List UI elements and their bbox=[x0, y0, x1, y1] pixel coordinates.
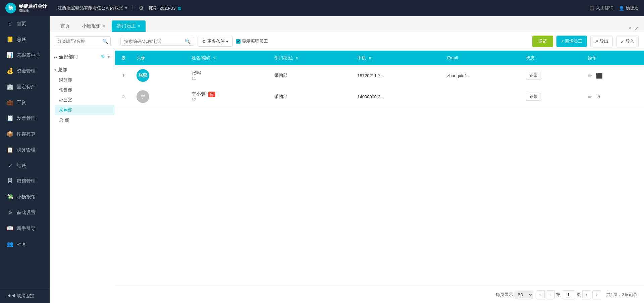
add-company-button[interactable]: + bbox=[131, 5, 135, 12]
show-resigned-toggle[interactable]: 显示离职员工 bbox=[236, 38, 268, 44]
tab-dept-close[interactable]: × bbox=[138, 24, 140, 29]
last-page-button[interactable]: » bbox=[592, 290, 601, 299]
sidebar-unpin-button[interactable]: ◀◀ 取消固定 bbox=[0, 289, 50, 303]
sidebar-item-archive[interactable]: 🗄 归档管理 bbox=[0, 173, 50, 189]
add-employee-button[interactable]: + 新增员工 bbox=[556, 36, 587, 47]
dept-header-icons: ✎ « bbox=[101, 54, 111, 60]
sidebar-item-invoice[interactable]: 🧾 发票管理 bbox=[0, 110, 50, 126]
next-page-button[interactable]: › bbox=[582, 290, 591, 299]
sidebar-item-funds[interactable]: 💰 资金管理 bbox=[0, 63, 50, 79]
sidebar-item-label: 小畅报销 bbox=[17, 194, 36, 200]
dept-node-finance[interactable]: 财务部 bbox=[55, 75, 115, 85]
sidebar-item-inventory[interactable]: 📦 库存核算 bbox=[0, 126, 50, 142]
all-dept-icon: ▪▪ bbox=[54, 54, 57, 60]
col-email: Email bbox=[442, 51, 521, 65]
dept-node-purchase[interactable]: 采购部 bbox=[55, 105, 115, 115]
tab-dept-employee[interactable]: 部门员工 × bbox=[112, 20, 146, 32]
filter-chevron-icon: ▾ bbox=[226, 39, 228, 44]
emp-table: ⚙ 头像 姓名/编码 ⇅ 部门/职位 ⇅ 手机 ⇅ bbox=[115, 51, 644, 107]
emp-search-bar: 🔍 bbox=[120, 37, 194, 46]
tab-home[interactable]: 首页 bbox=[55, 20, 75, 32]
sidebar-item-guide[interactable]: 📖 新手引导 bbox=[0, 220, 50, 236]
dept-header: ▪▪ 全部部门 ✎ « bbox=[50, 50, 115, 63]
ning-tag: 应 bbox=[208, 92, 215, 97]
topbar-right: 🎧 人工咨询 👤 畅捷通 bbox=[589, 5, 639, 11]
service-button[interactable]: 🎧 人工咨询 bbox=[589, 5, 613, 11]
filter-more-button[interactable]: ⚙ 更多条件 ▾ bbox=[198, 36, 233, 47]
col-name[interactable]: 姓名/编码 ⇅ bbox=[187, 51, 270, 65]
tab-expense-close[interactable]: × bbox=[103, 24, 105, 29]
table-header-row: ⚙ 头像 姓名/编码 ⇅ 部门/职位 ⇅ 手机 ⇅ bbox=[115, 51, 644, 65]
col-settings[interactable]: ⚙ bbox=[115, 51, 132, 65]
inventory-icon: 📦 bbox=[7, 131, 13, 137]
calendar-icon: ▦ bbox=[177, 6, 181, 11]
sidebar-item-settings[interactable]: ⚙ 基础设置 bbox=[0, 205, 50, 220]
per-page-select[interactable]: 10 20 50 100 bbox=[515, 291, 533, 299]
dept-node-sales[interactable]: 销售部 bbox=[55, 85, 115, 95]
sidebar-item-label: 社区 bbox=[17, 241, 26, 247]
per-page-selector: 每页显示 10 20 50 100 bbox=[496, 291, 533, 299]
user-menu[interactable]: 👤 畅捷通 bbox=[619, 5, 639, 11]
sidebar-item-expense[interactable]: 💸 小畅报销 bbox=[0, 189, 50, 205]
edit-row1-icon[interactable]: ✏ bbox=[588, 72, 592, 79]
sidebar-item-label: 固定资产 bbox=[17, 84, 36, 90]
sidebar: ⌂ 首页 📒 总账 📊 云报表中心 💰 资金管理 🏢 固定资产 💼 工资 🧾 发… bbox=[0, 16, 50, 303]
prev-page-button[interactable]: ‹ bbox=[546, 290, 555, 299]
topbar: 畅 畅捷通好会计 旗舰版 江西服宝精品有限责任公司内账张 ▾ + ⚙ 账期 20… bbox=[0, 0, 644, 16]
dept-node-office[interactable]: 办公室 bbox=[55, 95, 115, 105]
emp-search-input[interactable] bbox=[124, 39, 183, 44]
tab-bar: 首页 小畅报销 × 部门员工 × × ⤢ bbox=[50, 16, 644, 32]
col-dept[interactable]: 部门/职位 ⇅ bbox=[270, 51, 353, 65]
sidebar-item-label: 总账 bbox=[17, 37, 26, 43]
emp-toolbar-right: 邀请 + 新增员工 ↗ 导出 ↙ 导入 bbox=[532, 36, 639, 47]
edit-row2-icon[interactable]: ✏ bbox=[588, 94, 592, 100]
row2-avatar: 宁 bbox=[132, 86, 187, 107]
sidebar-item-label: 税务管理 bbox=[17, 147, 36, 153]
assets-icon: 🏢 bbox=[7, 84, 13, 90]
row1-no: 1 bbox=[115, 65, 132, 86]
dept-group-main: ▼ 总部 财务部 销售部 办公室 采购部 总 部 bbox=[50, 65, 115, 125]
sidebar-item-tax[interactable]: 📋 税务管理 bbox=[0, 142, 50, 158]
sidebar-item-reports[interactable]: 📊 云报表中心 bbox=[0, 47, 50, 63]
export-button[interactable]: ↗ 导出 bbox=[590, 36, 613, 47]
page-number-input[interactable] bbox=[562, 290, 575, 299]
tab-bar-right: × ⤢ bbox=[628, 25, 639, 32]
row1-phone: 18720211 7... bbox=[353, 65, 442, 86]
show-resigned-checkbox[interactable] bbox=[236, 39, 240, 44]
sidebar-item-home[interactable]: ⌂ 首页 bbox=[0, 16, 50, 32]
sidebar-item-salary[interactable]: 💼 工资 bbox=[0, 95, 50, 110]
import-button[interactable]: ↙ 导入 bbox=[616, 36, 639, 47]
sidebar-item-label: 资金管理 bbox=[17, 68, 36, 74]
tab-expand-icon[interactable]: ⤢ bbox=[634, 25, 639, 32]
dept-search-icon[interactable]: 🔍 bbox=[102, 39, 108, 44]
tab-close-all-icon[interactable]: × bbox=[628, 25, 632, 32]
refresh-row2-icon[interactable]: ↺ bbox=[596, 94, 600, 100]
dept-panel: 🔍 ▪▪ 全部部门 ✎ « ▼ 总部 bbox=[50, 32, 115, 303]
dept-group-header[interactable]: ▼ 总部 bbox=[50, 65, 115, 75]
table-settings-icon[interactable]: ⚙ bbox=[121, 55, 126, 61]
row2-email bbox=[442, 86, 521, 107]
emp-search-icon[interactable]: 🔍 bbox=[185, 39, 191, 44]
invoice-icon: 🧾 bbox=[7, 115, 13, 121]
tab-expense[interactable]: 小畅报销 × bbox=[76, 20, 110, 32]
period-selector[interactable]: 账期 2023-03 ▦ bbox=[149, 5, 182, 11]
sidebar-item-ledger[interactable]: 📒 总账 bbox=[0, 32, 50, 47]
sidebar-item-more[interactable]: 👥 社区 bbox=[0, 236, 50, 252]
dept-collapse-icon[interactable]: « bbox=[108, 54, 111, 60]
dept-node-hq[interactable]: 总 部 bbox=[55, 115, 115, 125]
settings-icon: ⚙ bbox=[7, 209, 13, 216]
company-settings-icon[interactable]: ⚙ bbox=[139, 5, 144, 11]
row1-name: 张熙 11 bbox=[187, 65, 270, 86]
total-info: 共1页，2条记录 bbox=[606, 292, 637, 298]
avatar-ning: 宁 bbox=[137, 90, 149, 103]
col-phone[interactable]: 手机 ⇅ bbox=[353, 51, 442, 65]
sidebar-item-settlement[interactable]: ✓ 结账 bbox=[0, 158, 50, 173]
dept-children: 财务部 销售部 办公室 采购部 总 部 bbox=[50, 75, 115, 125]
dept-edit-icon[interactable]: ✎ bbox=[101, 54, 105, 60]
company-selector[interactable]: 江西服宝精品有限责任公司内账张 ▾ bbox=[58, 5, 127, 11]
logout-row1-icon[interactable]: ⬛ bbox=[596, 72, 603, 79]
invite-button[interactable]: 邀请 bbox=[532, 36, 553, 47]
first-page-button[interactable]: « bbox=[536, 290, 545, 299]
sidebar-item-assets[interactable]: 🏢 固定资产 bbox=[0, 79, 50, 95]
dept-search-bar: 🔍 bbox=[50, 32, 115, 50]
